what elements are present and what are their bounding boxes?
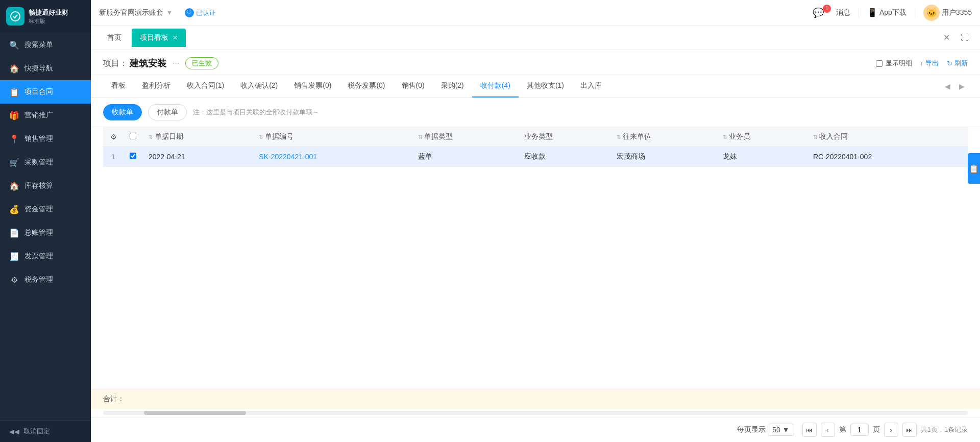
window-maximize-button[interactable]: ⛶ <box>958 31 972 45</box>
subtab-board[interactable]: 看板 <box>103 75 134 97</box>
right-panel-toggle[interactable]: 📋 <box>968 153 980 184</box>
refresh-button[interactable]: ↻ 刷新 <box>947 59 968 68</box>
page-size-selector[interactable]: 每页显示 50 ▼ <box>737 424 794 436</box>
mobile-icon: 📱 <box>867 8 877 17</box>
settings-icon[interactable]: ⚙ <box>110 133 117 141</box>
horizontal-scrollbar[interactable] <box>91 409 980 417</box>
subtabs-next[interactable]: ▶ <box>955 80 968 92</box>
pagination: 每页显示 50 ▼ ⏮ ‹ 第 1 页 › ⏭ 共1页，1条记录 <box>91 417 980 442</box>
row-date: 2022-04-21 <box>142 147 253 167</box>
subtab-sales-invoice[interactable]: 销售发票(0) <box>286 75 339 97</box>
subtab-receipt[interactable]: 收付款(4) <box>472 75 519 97</box>
user-menu[interactable]: 🐱 用户3355 <box>923 5 972 21</box>
sidebar-item-invoice[interactable]: 🧾 发票管理 <box>0 244 91 268</box>
sidebar-item-finance[interactable]: 💰 资金管理 <box>0 198 91 221</box>
export-icon: ↑ <box>920 60 924 67</box>
subtab-other-expense[interactable]: 其他收支(1) <box>519 75 572 97</box>
tab-project-board[interactable]: 项目看板 ✕ <box>132 29 186 47</box>
row-income-contract: RC-20220401-002 <box>807 147 968 167</box>
sidebar-item-purchase[interactable]: 🛒 采购管理 <box>0 151 91 174</box>
sidebar-item-label: 库存核算 <box>24 181 53 190</box>
divider <box>915 8 915 18</box>
account-selector[interactable]: 新服务官网演示账套 ▼ <box>99 8 173 17</box>
sidebar-menu: 🔍 搜索菜单 🏠 快捷导航 📋 项目合同 🎁 营销推广 📍 销售管理 🛒 采购管… <box>0 33 91 420</box>
sidebar-item-label: 税务管理 <box>24 275 53 284</box>
sidebar-item-search[interactable]: 🔍 搜索菜单 <box>0 33 91 57</box>
first-page-button[interactable]: ⏮ <box>802 423 817 437</box>
more-options-button[interactable]: ··· <box>173 59 179 68</box>
table-row[interactable]: 1 2022-04-21 SK-20220421-001 蓝单 应收款 宏茂商场… <box>103 147 968 167</box>
page-size-dropdown[interactable]: 50 ▼ <box>768 424 794 436</box>
subtab-purchase[interactable]: 采购(2) <box>433 75 472 97</box>
export-button[interactable]: ↑ 导出 <box>920 59 939 68</box>
subtab-warehouse[interactable]: 出入库 <box>572 75 610 97</box>
subtab-income-confirm[interactable]: 收入确认(2) <box>232 75 286 97</box>
sidebar-item-label: 营销推广 <box>24 111 53 120</box>
last-page-button[interactable]: ⏭ <box>902 423 917 437</box>
row-number-cell: SK-20220421-001 <box>253 147 411 167</box>
app-download-button[interactable]: 📱 App下载 <box>867 8 906 17</box>
record-link[interactable]: SK-20220421-001 <box>259 153 317 161</box>
sidebar-item-sales[interactable]: 📍 销售管理 <box>0 127 91 151</box>
cancel-fixed-button[interactable]: ◀◀ 取消固定 <box>0 420 91 442</box>
row-type: 蓝单 <box>412 147 518 167</box>
project-title: 建筑安装 <box>130 57 166 69</box>
type-col-header[interactable]: 单据类型 <box>412 127 518 147</box>
select-all-checkbox[interactable] <box>130 133 136 139</box>
tab-home[interactable]: 首页 <box>99 29 130 47</box>
row-partner: 宏茂商场 <box>610 147 717 167</box>
row-number: 1 <box>103 147 124 167</box>
subtab-sales[interactable]: 销售(0) <box>394 75 433 97</box>
number-col-header[interactable]: 单据编号 <box>253 127 411 147</box>
sidebar-logo: 畅捷通好业财 标准版 <box>0 0 91 33</box>
next-page-button[interactable]: › <box>884 423 898 437</box>
date-col-header[interactable]: 单据日期 <box>142 127 253 147</box>
content-area: 项目： 建筑安装 ··· 已生效 显示明细 ↑ 导出 ↻ 刷新 <box>91 50 980 442</box>
data-table: ⚙ 单据日期 单据编号 单据类型 业务类型 往来单位 业务员 收入合同 <box>103 127 968 167</box>
biz-type-col-header: 业务类型 <box>518 127 610 147</box>
show-detail-input[interactable] <box>876 60 883 67</box>
total-pages-info: 共1页，1条记录 <box>921 425 968 434</box>
subtab-tax-invoice[interactable]: 税务发票(0) <box>339 75 393 97</box>
account-name: 新服务官网演示账套 <box>99 8 163 17</box>
subtabs-prev[interactable]: ◀ <box>941 80 953 92</box>
sidebar-item-tax[interactable]: ⚙ 税务管理 <box>0 268 91 291</box>
total-row: 合计： <box>91 389 980 409</box>
income-contract-col-header[interactable]: 收入合同 <box>807 127 968 147</box>
contract-icon: 📋 <box>9 87 19 97</box>
filterbar: 收款单 付款单 注：这里是与项目关联的全部收付款单哦～ <box>91 98 980 127</box>
show-detail-checkbox[interactable]: 显示明细 <box>876 59 912 68</box>
ledger-icon: 📄 <box>9 228 19 238</box>
window-close-button[interactable]: ✕ <box>939 31 953 45</box>
salesman-col-header[interactable]: 业务员 <box>717 127 807 147</box>
sidebar-item-inventory[interactable]: 🏠 库存核算 <box>0 174 91 198</box>
row-checkbox-cell[interactable] <box>124 147 142 167</box>
receipt-filter-button[interactable]: 收款单 <box>103 104 142 120</box>
scrollbar-thumb[interactable] <box>144 411 246 415</box>
sidebar-item-label: 总账管理 <box>24 228 53 237</box>
messages-button[interactable]: 💬 1 消息 <box>813 7 850 18</box>
invoice-icon: 🧾 <box>9 251 19 261</box>
finance-icon: 💰 <box>9 204 19 214</box>
per-page-label: 每页显示 <box>737 425 766 434</box>
subtab-income-contract[interactable]: 收入合同(1) <box>179 75 232 97</box>
sidebar-item-quicknav[interactable]: 🏠 快捷导航 <box>0 57 91 80</box>
sidebar-item-marketing[interactable]: 🎁 营销推广 <box>0 104 91 127</box>
tab-close-icon[interactable]: ✕ <box>173 34 178 41</box>
page-number-input[interactable]: 1 <box>850 424 869 436</box>
settings-col-header[interactable]: ⚙ <box>103 127 124 147</box>
prev-page-button[interactable]: ‹ <box>821 423 835 437</box>
topbar: 新服务官网演示账套 ▼ 🛡 已认证 💬 1 消息 📱 App下载 🐱 用 <box>91 0 980 26</box>
row-checkbox[interactable] <box>130 153 136 159</box>
sidebar-item-ledger[interactable]: 📄 总账管理 <box>0 221 91 244</box>
sidebar-item-contract[interactable]: 📋 项目合同 <box>0 80 91 104</box>
sidebar-item-label: 发票管理 <box>24 252 53 261</box>
payment-filter-button[interactable]: 付款单 <box>148 104 187 120</box>
status-badge: 已生效 <box>185 57 218 69</box>
row-salesman: 龙妹 <box>717 147 807 167</box>
sidebar-item-label: 销售管理 <box>24 134 53 143</box>
checkbox-col-header[interactable] <box>124 127 142 147</box>
subtab-profit[interactable]: 盈利分析 <box>134 75 179 97</box>
partner-col-header[interactable]: 往来单位 <box>610 127 717 147</box>
app-logo-icon <box>6 7 24 26</box>
